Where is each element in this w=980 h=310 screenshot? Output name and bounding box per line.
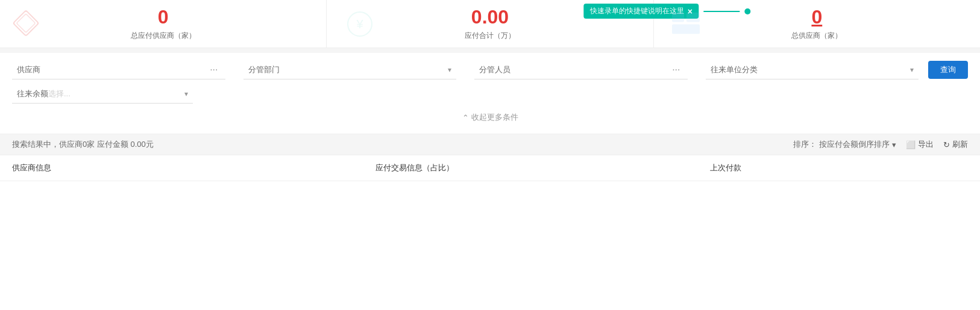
filter-dept-input[interactable] (280, 65, 448, 74)
svg-rect-5 (686, 12, 700, 22)
filter-section: 供应商 ··· 分管部门 ▾ 分管人员 ··· 往来单位分类 ▾ 查询 往来 (0, 53, 980, 134)
collapse-section: ⌃ 收起更多条件 (12, 106, 968, 129)
filter-supplier-label: 供应商 (17, 64, 47, 75)
refresh-icon: ↻ (943, 140, 950, 149)
sort-arrow-icon: ▾ (892, 140, 896, 149)
export-label: 导出 (918, 139, 934, 150)
stat-total-payable-suppliers: 0 总应付供应商（家） (0, 0, 327, 48)
filter-unit-class-arrow[interactable]: ▾ (910, 66, 914, 74)
collapse-icon: ⌃ (462, 113, 469, 122)
export-icon: ⬜ (906, 140, 916, 149)
table-area: 供应商信息 应付交易信息（占比） 上次付款 (0, 155, 980, 310)
filter-person-label: 分管人员 (479, 64, 510, 75)
stat-payable-suppliers-number: 0 (158, 7, 169, 28)
logo-icon (12, 9, 40, 39)
collapse-button[interactable]: ⌃ 收起更多条件 (453, 108, 528, 126)
table-col-payable-info: 应付交易信息（占比） (375, 163, 710, 173)
stat-total-suppliers: 快速录单的快捷键说明在这里 × 0 总供应商（家） (654, 0, 980, 48)
sort-select[interactable]: 排序： 按应付会额倒序排序 ▾ (793, 139, 896, 150)
collapse-label: 收起更多条件 (471, 112, 518, 123)
stat-payable-suppliers-label: 总应付供应商（家） (131, 31, 196, 41)
result-actions: 排序： 按应付会额倒序排序 ▾ ⬜ 导出 ↻ 刷新 (793, 139, 968, 150)
tooltip-dot (744, 8, 750, 14)
coin-icon: ¥ (345, 9, 375, 39)
stat-payable-total-number: 0.00 (471, 7, 509, 28)
svg-rect-6 (672, 24, 700, 34)
stat-payable-total-label: 应付合计（万） (465, 31, 515, 41)
result-bar: 搜索结果中，供应商0家 应付金额 0.00元 排序： 按应付会额倒序排序 ▾ ⬜… (0, 134, 980, 155)
filter-unit-class: 往来单位分类 ▾ (706, 60, 919, 79)
filter-row-2: 往来余额 选择... ▾ (12, 84, 968, 104)
refresh-label: 刷新 (952, 139, 968, 150)
refresh-button[interactable]: ↻ 刷新 (943, 139, 968, 150)
filter-dept-arrow[interactable]: ▾ (448, 66, 451, 74)
filter-person-input[interactable] (510, 65, 670, 74)
stat-total-suppliers-label: 总供应商（家） (791, 31, 842, 41)
filter-dept: 分管部门 ▾ (243, 60, 457, 79)
export-button[interactable]: ⬜ 导出 (906, 139, 934, 150)
filter-unit-class-label: 往来单位分类 (711, 64, 758, 75)
table-body (0, 181, 980, 310)
sort-label: 排序： (793, 139, 817, 150)
filter-balance: 往来余额 选择... ▾ (12, 84, 193, 104)
search-button[interactable]: 查询 (928, 61, 968, 79)
svg-rect-4 (672, 12, 684, 22)
filter-row-1: 供应商 ··· 分管部门 ▾ 分管人员 ··· 往来单位分类 ▾ 查询 (12, 60, 968, 79)
filter-balance-placeholder: 选择... (48, 88, 71, 99)
table-col-last-payment: 上次付款 (710, 163, 968, 173)
sort-value: 按应付会额倒序排序 (819, 139, 890, 150)
filter-supplier-dots[interactable]: ··· (207, 64, 220, 75)
filter-supplier: 供应商 ··· (12, 60, 225, 79)
stat-total-suppliers-number[interactable]: 0 (811, 7, 822, 28)
filter-person: 分管人员 ··· (474, 60, 688, 79)
table-col-supplier-info: 供应商信息 (12, 163, 375, 173)
table-header: 供应商信息 应付交易信息（占比） 上次付款 (0, 155, 980, 181)
filter-balance-label: 往来余额 (17, 88, 48, 99)
filter-balance-arrow[interactable]: ▾ (184, 90, 188, 98)
tooltip-line (703, 11, 740, 12)
tooltip-text: 快速录单的快捷键说明在这里 (590, 6, 684, 16)
filter-dept-label: 分管部门 (248, 64, 280, 75)
grid-icon (672, 12, 700, 36)
filter-unit-class-input[interactable] (758, 65, 911, 74)
filter-supplier-input[interactable] (47, 65, 207, 74)
svg-text:¥: ¥ (356, 17, 364, 31)
tooltip-container: 快速录单的快捷键说明在这里 × (584, 4, 750, 19)
filter-person-dots[interactable]: ··· (670, 64, 682, 75)
result-info: 搜索结果中，供应商0家 应付金额 0.00元 (12, 139, 154, 150)
